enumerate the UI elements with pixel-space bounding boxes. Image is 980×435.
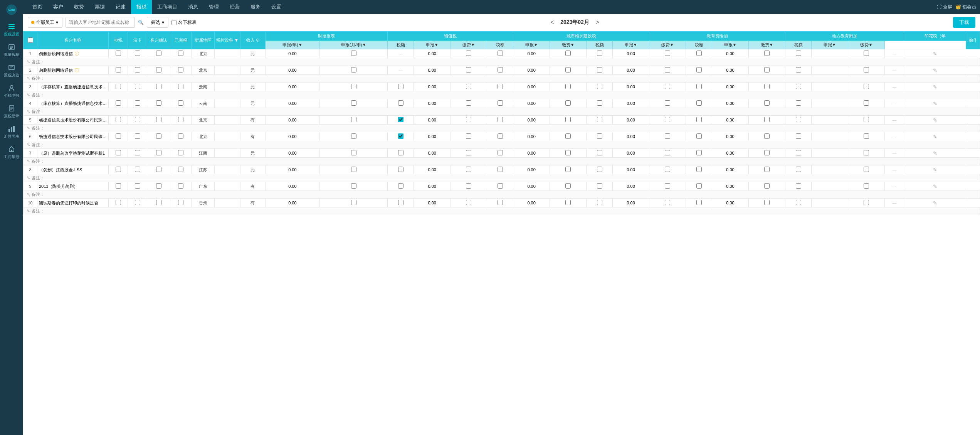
row-7-declared[interactable] bbox=[170, 149, 192, 158]
sidebar-item-piliang[interactable]: 批量报税 bbox=[0, 40, 23, 60]
row-5-stamp-declare[interactable] bbox=[848, 116, 885, 125]
locedu-fee-cb-2[interactable] bbox=[796, 67, 801, 72]
sidebar-item-baoshuijilu[interactable]: 报税记录 bbox=[0, 101, 23, 121]
row-8-edu-fee[interactable] bbox=[686, 165, 712, 174]
row-3-confirm[interactable] bbox=[147, 83, 170, 91]
yr-declare-cb-9[interactable] bbox=[351, 183, 356, 189]
subh-mth-declare[interactable]: 申报(月/季)▼ bbox=[320, 41, 388, 49]
city-fee-cb-9[interactable] bbox=[597, 183, 602, 189]
row-4-mth-declare[interactable] bbox=[388, 99, 414, 108]
chaoshui-checkbox-8[interactable] bbox=[116, 167, 121, 172]
row-8-city-declare[interactable] bbox=[550, 165, 587, 174]
row-1-edu-fee[interactable] bbox=[686, 49, 712, 58]
row-7-ops[interactable]: ✎ bbox=[904, 149, 966, 158]
note-cell-5[interactable]: ✎备注： bbox=[24, 125, 980, 132]
row-3-stamp-fee[interactable]: — bbox=[885, 83, 904, 91]
row-1-edu-declare[interactable] bbox=[649, 49, 686, 58]
locedu-declare-cb-3[interactable] bbox=[764, 84, 770, 89]
subh-vat-declare[interactable]: 申报▼ bbox=[414, 41, 450, 49]
row-7-yr-declare[interactable] bbox=[320, 149, 388, 158]
row-2-locedu-declare[interactable] bbox=[749, 66, 785, 75]
row-6-vat-fee[interactable] bbox=[487, 132, 513, 141]
confirm-checkbox-4[interactable] bbox=[156, 100, 161, 106]
row-1-city-declare[interactable] bbox=[550, 49, 587, 58]
city-fee-cb-10[interactable] bbox=[597, 200, 602, 205]
row-1-confirm[interactable] bbox=[147, 49, 170, 58]
row-3-vat-declare[interactable] bbox=[450, 83, 487, 91]
row-3-ops[interactable]: ✎ bbox=[904, 83, 966, 91]
locedu-fee-cb-5[interactable] bbox=[796, 117, 801, 122]
city-fee-cb-7[interactable] bbox=[597, 150, 602, 155]
mth-declare-cb-3[interactable] bbox=[398, 84, 403, 89]
row-7-stamp-declare[interactable] bbox=[848, 149, 885, 158]
row-6-city-fee[interactable] bbox=[587, 132, 613, 141]
chaoshui-checkbox-7[interactable] bbox=[116, 150, 121, 155]
row-2-chaoshui[interactable] bbox=[109, 66, 128, 75]
row-6-stamp-declare[interactable] bbox=[848, 132, 885, 141]
row-6-qingka[interactable] bbox=[128, 132, 147, 141]
city-declare-cb-4[interactable] bbox=[565, 100, 571, 106]
row-10-chaoshui[interactable] bbox=[109, 199, 128, 207]
row-6-stamp-fee[interactable]: — bbox=[885, 132, 904, 141]
row-4-locedu-fee[interactable] bbox=[785, 99, 812, 108]
subh-stamp-declare[interactable]: 申报▼ bbox=[811, 41, 848, 49]
row-2-city-fee[interactable] bbox=[587, 66, 613, 75]
vat-declare-cb-2[interactable] bbox=[466, 67, 471, 72]
mth-declare-cb-6[interactable] bbox=[398, 133, 403, 139]
row-5-ops[interactable]: ✎ bbox=[904, 116, 966, 125]
yr-declare-cb-10[interactable] bbox=[351, 200, 356, 205]
locedu-fee-cb-6[interactable] bbox=[796, 133, 801, 139]
edu-declare-cb-9[interactable] bbox=[665, 183, 670, 189]
edu-declare-cb-1[interactable] bbox=[665, 51, 670, 56]
sidebar-item-geshui[interactable]: 个税申报 bbox=[0, 81, 23, 101]
vat-fee-cb-8[interactable] bbox=[498, 167, 503, 172]
row-2-locedu-fee[interactable] bbox=[785, 66, 812, 75]
confirm-checkbox-7[interactable] bbox=[156, 150, 161, 155]
row-8-vat-declare[interactable] bbox=[450, 165, 487, 174]
vat-fee-cb-5[interactable] bbox=[498, 117, 503, 122]
vat-fee-cb-2[interactable] bbox=[498, 67, 503, 72]
row-6-vat-declare[interactable] bbox=[450, 132, 487, 141]
row-10-stamp-declare[interactable] bbox=[848, 199, 885, 207]
chaoshui-checkbox-9[interactable] bbox=[116, 183, 121, 189]
declared-checkbox-8[interactable] bbox=[178, 167, 183, 172]
edu-fee-cb-10[interactable] bbox=[696, 200, 702, 205]
edu-fee-cb-6[interactable] bbox=[696, 133, 702, 139]
subh-city-declare[interactable]: 申报▼ bbox=[513, 41, 550, 49]
subh-stamp-fee[interactable]: 缴费▼ bbox=[848, 41, 885, 49]
locedu-fee-cb-10[interactable] bbox=[796, 200, 801, 205]
row-5-confirm[interactable] bbox=[147, 116, 170, 125]
edu-fee-cb-4[interactable] bbox=[696, 100, 702, 106]
filter-button[interactable]: 筛选 ▾ bbox=[147, 17, 168, 28]
row-5-yr-declare[interactable] bbox=[320, 116, 388, 125]
row-2-city-declare[interactable] bbox=[550, 66, 587, 75]
nav-baoshu[interactable]: 报税 bbox=[131, 0, 152, 14]
qingka-checkbox-3[interactable] bbox=[135, 84, 140, 89]
search-input[interactable] bbox=[66, 17, 135, 28]
declared-checkbox-9[interactable] bbox=[178, 183, 183, 189]
chaoshui-checkbox-3[interactable] bbox=[116, 84, 121, 89]
row-2-edu-fee[interactable] bbox=[686, 66, 712, 75]
row-4-edu-declare[interactable] bbox=[649, 99, 686, 108]
stamp-declare-cb-9[interactable] bbox=[864, 183, 869, 189]
row-8-qingka[interactable] bbox=[128, 165, 147, 174]
row-7-mth-declare[interactable] bbox=[388, 149, 414, 158]
note-cell-9[interactable]: ✎备注： bbox=[24, 191, 980, 199]
city-declare-cb-10[interactable] bbox=[565, 200, 571, 205]
row-9-ops[interactable]: ✎ bbox=[904, 182, 966, 191]
city-fee-cb-4[interactable] bbox=[597, 100, 602, 106]
stamp-declare-cb-7[interactable] bbox=[864, 150, 869, 155]
row-3-edu-declare[interactable] bbox=[649, 83, 686, 91]
row-1-ops[interactable]: ✎ bbox=[904, 49, 966, 58]
row-2-mth-declare[interactable]: — bbox=[388, 66, 414, 75]
row-7-vat-declare[interactable] bbox=[450, 149, 487, 158]
vat-declare-cb-3[interactable] bbox=[466, 84, 471, 89]
row-6-confirm[interactable] bbox=[147, 132, 170, 141]
row-6-declared[interactable] bbox=[170, 132, 192, 141]
mth-declare-cb-8[interactable] bbox=[398, 167, 403, 172]
qingka-checkbox-9[interactable] bbox=[135, 183, 140, 189]
row-3-vat-fee[interactable] bbox=[487, 83, 513, 91]
edu-declare-cb-3[interactable] bbox=[665, 84, 670, 89]
qingka-checkbox-7[interactable] bbox=[135, 150, 140, 155]
row-8-mth-declare[interactable] bbox=[388, 165, 414, 174]
